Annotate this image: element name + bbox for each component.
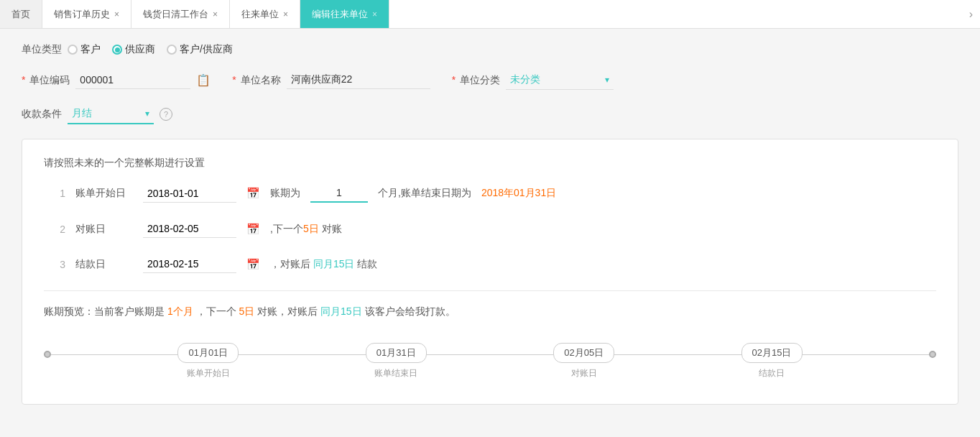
payment-terms-value: 月结 xyxy=(72,107,139,120)
tab-partner[interactable]: 往来单位 × xyxy=(230,0,300,28)
unit-type-radio-group: 客户 供应商 客户/供应商 xyxy=(68,43,233,56)
unit-code-copy-icon[interactable]: 📋 xyxy=(196,73,211,87)
timeline-date-4: 02月15日 xyxy=(741,343,803,363)
unit-info-row: * 单位编码 📋 * 单位名称 * 单位分类 未分类 ▾ xyxy=(22,70,958,90)
unit-name-label: * 单位名称 xyxy=(232,74,280,87)
tab-partner-close[interactable]: × xyxy=(283,9,288,19)
tab-edit-partner-close[interactable]: × xyxy=(372,9,377,19)
radio-customer-supplier[interactable]: 客户/供应商 xyxy=(167,43,233,56)
period-row-3: 3 结款日 📅 ，对账后 同月15日 结款 xyxy=(44,255,936,273)
radio-supplier[interactable]: 供应商 xyxy=(112,43,155,56)
row-num-2: 2 xyxy=(51,224,65,235)
timeline-label-3: 对账日 xyxy=(571,367,597,380)
unit-type-field: 单位类型 客户 供应商 客户/供应商 xyxy=(22,43,233,56)
payment-desc: ，对账后 同月15日 结款 xyxy=(270,258,377,271)
radio-customer-circle xyxy=(68,45,78,55)
payment-terms-field: 收款条件 月结 ▾ ? xyxy=(22,104,172,124)
unit-name-required-star: * xyxy=(232,74,236,86)
timeline-nodes: 01月01日 账单开始日 01月31日 账单结束日 02月05日 对账日 xyxy=(44,343,936,380)
unit-category-required-star: * xyxy=(452,74,456,86)
tab-cash-work[interactable]: 钱货日清工作台 × xyxy=(131,0,230,28)
preview-sep2: 对账，对账后 xyxy=(257,305,318,317)
reconcile-day-highlight: 5日 xyxy=(303,223,319,234)
preview-sep1: ，下一个 xyxy=(196,305,236,317)
timeline-node-1: 01月01日 账单开始日 xyxy=(177,343,239,380)
payment-terms-label: 收款条件 xyxy=(22,108,62,121)
preview-section: 账期预览：当前客户账期是 1个月 ，下一个 5日 对账，对账后 同月15日 该客… xyxy=(44,290,936,387)
tab-home-label: 首页 xyxy=(11,8,30,21)
payment-date-input[interactable] xyxy=(143,255,236,273)
payment-terms-row: 收款条件 月结 ▾ ? xyxy=(22,104,958,124)
radio-customer-supplier-label: 客户/供应商 xyxy=(180,43,233,56)
radio-customer[interactable]: 客户 xyxy=(68,43,101,56)
row-label-2: 对账日 xyxy=(75,223,133,236)
timeline-container: 01月01日 账单开始日 01月31日 账单结束日 02月05日 对账日 xyxy=(44,343,936,380)
payment-terms-help-icon[interactable]: ? xyxy=(160,108,172,121)
radio-customer-supplier-circle xyxy=(167,45,177,55)
unit-code-input[interactable] xyxy=(75,71,190,89)
unit-type-label: 单位类型 xyxy=(22,43,62,56)
preview-day-highlight: 5日 xyxy=(239,305,254,317)
period-row-1: 1 账单开始日 📅 账期为 个月,账单结束日期为 2018年01月31日 xyxy=(44,184,936,203)
unit-category-value: 未分类 xyxy=(510,73,599,86)
timeline-right-dot xyxy=(929,343,936,358)
card-instruction: 请按照未来的一个完整帐期进行设置 xyxy=(44,157,936,170)
unit-category-chevron-icon: ▾ xyxy=(605,75,609,85)
timeline-node-4: 02月15日 结款日 xyxy=(741,343,803,380)
payment-date-calendar-icon[interactable]: 📅 xyxy=(246,258,260,271)
start-date-input[interactable] xyxy=(143,185,236,203)
timeline-label-1: 账单开始日 xyxy=(187,367,230,380)
unit-category-field: * 单位分类 未分类 ▾ xyxy=(452,70,614,90)
tab-home[interactable]: 首页 xyxy=(0,0,42,28)
unit-code-label: * 单位编码 xyxy=(22,74,70,87)
tab-partner-label: 往来单位 xyxy=(241,8,279,21)
timeline-right-dot-circle xyxy=(929,351,936,358)
period-end-date-highlight: 2018年01月31日 xyxy=(481,187,556,200)
row-label-1: 账单开始日 xyxy=(75,187,133,200)
reconcile-date-calendar-icon[interactable]: 📅 xyxy=(246,223,260,236)
timeline-node-3: 02月05日 对账日 xyxy=(553,343,614,380)
timeline-node-2: 01月31日 账单结束日 xyxy=(366,343,427,380)
reconcile-desc: ,下一个5日 对账 xyxy=(270,223,342,236)
start-date-calendar-icon[interactable]: 📅 xyxy=(246,187,260,200)
preview-text: 账期预览：当前客户账期是 1个月 ，下一个 5日 对账，对账后 同月15日 该客… xyxy=(44,305,936,318)
timeline-left-dot-circle xyxy=(44,351,51,358)
period-label: 账期为 xyxy=(270,187,300,200)
unit-type-row: 单位类型 客户 供应商 客户/供应商 xyxy=(22,43,958,56)
payment-terms-select[interactable]: 月结 ▾ xyxy=(68,104,154,124)
tab-cash-work-close[interactable]: × xyxy=(213,9,218,19)
preview-prefix: 账期预览：当前客户账期是 xyxy=(44,305,165,317)
tab-edit-partner[interactable]: 编辑往来单位 × xyxy=(300,0,389,28)
preview-same-day-highlight: 同月15日 xyxy=(320,305,362,317)
tab-sales-history-label: 销售订单历史 xyxy=(54,8,110,21)
reconcile-date-input[interactable] xyxy=(143,220,236,238)
timeline-left-dot xyxy=(44,343,51,358)
preview-suffix: 该客户会给我打款。 xyxy=(365,305,456,317)
main-content: 单位类型 客户 供应商 客户/供应商 * 单位编码 xyxy=(0,29,980,437)
tab-cash-work-label: 钱货日清工作台 xyxy=(143,8,208,21)
preview-months-highlight: 1个月 xyxy=(167,305,193,317)
tab-sales-history[interactable]: 销售订单历史 × xyxy=(42,0,131,28)
radio-supplier-circle xyxy=(112,45,122,55)
payment-terms-chevron-icon: ▾ xyxy=(145,109,149,119)
tabs-expand-button[interactable]: › xyxy=(962,8,980,21)
timeline-label-2: 账单结束日 xyxy=(374,367,417,380)
unit-code-required-star: * xyxy=(22,74,25,86)
period-row-2: 2 对账日 📅 ,下一个5日 对账 xyxy=(44,220,936,238)
payment-day-highlight: 同月15日 xyxy=(313,258,355,270)
unit-code-field: * 单位编码 📋 xyxy=(22,71,211,89)
row-num-3: 3 xyxy=(51,259,65,270)
unit-category-label: * 单位分类 xyxy=(452,74,500,87)
tab-sales-history-close[interactable]: × xyxy=(114,9,119,19)
period-months-input[interactable] xyxy=(310,184,368,203)
row-label-3: 结款日 xyxy=(75,258,133,271)
unit-category-select[interactable]: 未分类 ▾ xyxy=(506,70,614,90)
unit-name-input[interactable] xyxy=(287,71,430,89)
timeline-date-1: 01月01日 xyxy=(177,343,239,363)
period-settings-card: 请按照未来的一个完整帐期进行设置 1 账单开始日 📅 账期为 个月,账单结束日期… xyxy=(22,139,958,405)
radio-customer-label: 客户 xyxy=(80,43,101,56)
timeline-date-2: 01月31日 xyxy=(366,343,427,363)
period-unit-text: 个月,账单结束日期为 xyxy=(378,187,471,200)
row-num-1: 1 xyxy=(51,188,65,199)
timeline-date-3: 02月05日 xyxy=(553,343,614,363)
